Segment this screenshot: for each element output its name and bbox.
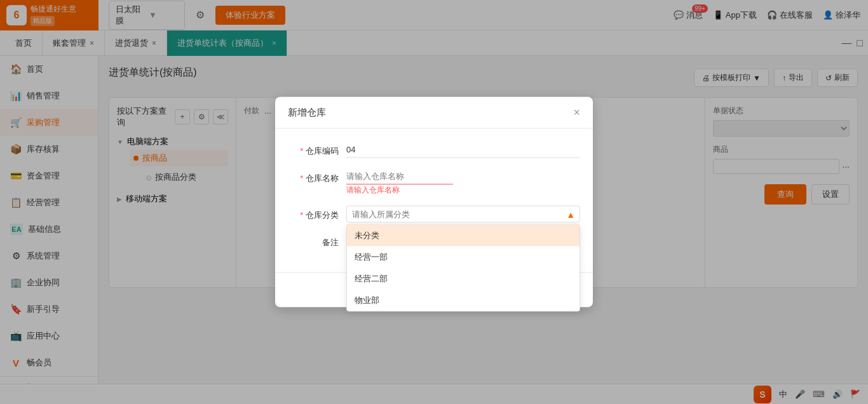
name-field-row: 仓库名称 请输入仓库名称	[288, 168, 580, 196]
category-input[interactable]	[346, 206, 580, 223]
code-label: 仓库编码	[288, 142, 339, 157]
name-input[interactable]	[346, 168, 453, 185]
dropdown-item-uncategorized[interactable]: 未分类	[347, 225, 580, 246]
code-input[interactable]	[346, 142, 580, 158]
category-label: 仓库分类	[288, 206, 339, 221]
dropdown-item-ops2[interactable]: 经营二部	[347, 268, 580, 290]
name-error-msg: 请输入仓库名称	[346, 185, 400, 196]
modal-close-btn[interactable]: ×	[573, 106, 580, 119]
modal-title: 新增仓库	[288, 107, 326, 119]
category-select-wrapper: ▲ 未分类 经营一部 经营二部 物业部	[346, 206, 580, 223]
dropdown-item-ops1[interactable]: 经营一部	[347, 246, 580, 268]
notes-label: 备注	[288, 233, 339, 248]
category-field-row: 仓库分类 ▲ 未分类 经营一部 经营二部 物业部	[288, 206, 580, 223]
add-warehouse-modal: 新增仓库 × 仓库编码 仓库名称 请输入仓库名称 仓库分类 ▲	[275, 97, 593, 307]
name-label: 仓库名称	[288, 169, 339, 184]
modal-body: 仓库编码 仓库名称 请输入仓库名称 仓库分类 ▲ 未分类 经营一部	[275, 129, 593, 273]
category-arrow-icon[interactable]: ▲	[566, 209, 575, 219]
modal-header: 新增仓库 ×	[275, 97, 593, 129]
code-field-row: 仓库编码	[288, 142, 580, 158]
category-dropdown: 未分类 经营一部 经营二部 物业部	[346, 224, 580, 312]
dropdown-item-property[interactable]: 物业部	[347, 290, 580, 311]
